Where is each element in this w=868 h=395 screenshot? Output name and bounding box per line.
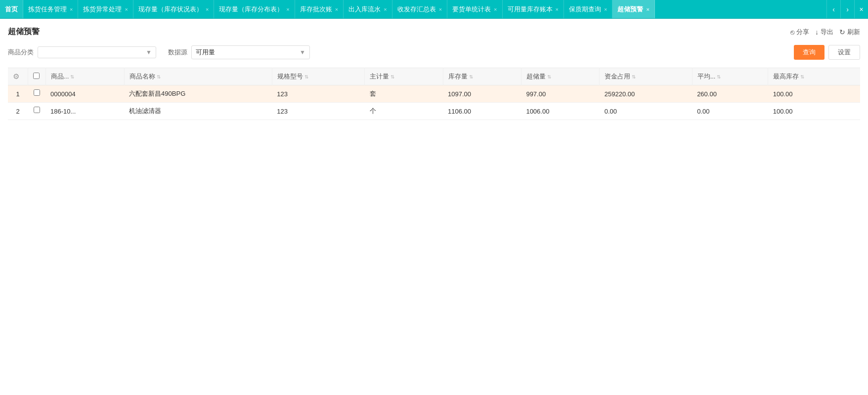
datasource-label: 数据源 — [168, 48, 187, 57]
th-checkbox — [28, 68, 45, 85]
th-settings: ⚙ — [8, 68, 28, 85]
nav-item-11[interactable]: 超储预警 × — [612, 0, 654, 18]
sort-icon: ⇅ — [469, 74, 473, 79]
th-product-name[interactable]: 商品名称 ⇅ — [124, 68, 272, 85]
row-product-code: 186-10... — [45, 103, 124, 120]
nav-item-2[interactable]: 拣货异常处理 × — [78, 0, 133, 18]
table-row: 1 0000004 六配套新昌490BPG 123 套 1097.00 997.… — [8, 85, 860, 103]
close-icon[interactable]: × — [556, 6, 559, 12]
nav-item-9[interactable]: 可用量库存账本 × — [503, 0, 564, 18]
sort-icon: ⇅ — [800, 74, 804, 79]
close-icon[interactable]: × — [646, 6, 649, 12]
row-unit: 套 — [365, 85, 443, 103]
nav-item-4[interactable]: 现存量（库存分布表） × — [214, 0, 295, 18]
nav-item-8[interactable]: 要货单统计表 × — [447, 0, 502, 18]
row-checkbox[interactable] — [34, 89, 40, 96]
nav-close-button[interactable]: × — [854, 0, 868, 19]
row-checkbox[interactable] — [34, 107, 40, 113]
th-avg[interactable]: 平均... ⇅ — [692, 68, 768, 85]
sort-icon: ⇅ — [547, 74, 551, 79]
th-stock[interactable]: 库存量 ⇅ — [443, 68, 521, 85]
data-table: ⚙ 商品... ⇅ 商品名称 ⇅ — [8, 68, 860, 120]
nav-arrows: ‹ › × — [826, 0, 868, 19]
sort-icon: ⇅ — [157, 74, 161, 79]
sort-icon: ⇅ — [632, 74, 636, 79]
th-unit[interactable]: 主计量 ⇅ — [365, 68, 443, 85]
th-capital[interactable]: 资金占用 ⇅ — [600, 68, 692, 85]
gear-icon[interactable]: ⚙ — [13, 72, 19, 80]
close-icon[interactable]: × — [439, 6, 442, 12]
sort-icon: ⇅ — [717, 74, 721, 79]
page-title: 超储预警 — [8, 27, 40, 37]
row-capital: 259220.00 — [600, 85, 692, 103]
table-row: 2 186-10... 机油滤清器 123 个 1106.00 1006.00 … — [8, 103, 860, 120]
row-avg: 260.00 — [692, 85, 768, 103]
row-product-code: 0000004 — [45, 85, 124, 103]
close-icon[interactable]: × — [494, 6, 497, 12]
row-stock: 1106.00 — [443, 103, 521, 120]
row-product-name: 六配套新昌490BPG — [124, 85, 272, 103]
close-icon[interactable]: × — [206, 6, 209, 12]
row-index: 2 — [8, 103, 28, 120]
page-header: 超储预警 ⎋ 分享 ↓ 导出 ↻ 刷新 — [8, 27, 860, 37]
nav-item-1[interactable]: 拣货任务管理 × — [23, 0, 78, 18]
th-spec[interactable]: 规格型号 ⇅ — [272, 68, 364, 85]
nav-item-3[interactable]: 现存量（库存状况表） × — [133, 0, 214, 18]
row-checkbox-cell — [28, 85, 45, 100]
row-max-stock: 100.00 — [768, 103, 860, 120]
row-over-stock: 997.00 — [521, 85, 599, 103]
chevron-down-icon: ▼ — [146, 49, 152, 56]
table-header-row: ⚙ 商品... ⇅ 商品名称 ⇅ — [8, 68, 860, 85]
share-button[interactable]: ⎋ 分享 — [790, 28, 809, 37]
row-index: 1 — [8, 85, 28, 103]
category-select[interactable]: ▼ — [38, 46, 156, 58]
nav-item-10[interactable]: 保质期查询 × — [564, 0, 612, 18]
close-icon[interactable]: × — [384, 6, 387, 12]
th-product-code[interactable]: 商品... ⇅ — [45, 68, 124, 85]
page-content: 超储预警 ⎋ 分享 ↓ 导出 ↻ 刷新 商品分类 ▼ 数据源 — [0, 19, 868, 395]
filter-row: 商品分类 ▼ 数据源 可用量 ▼ 查询 设置 — [8, 45, 860, 60]
refresh-icon: ↻ — [839, 28, 845, 36]
row-spec: 123 — [272, 103, 364, 120]
datasource-filter: 数据源 可用量 ▼ — [168, 45, 310, 59]
sort-icon: ⇅ — [391, 74, 394, 79]
chevron-down-icon: ▼ — [300, 49, 305, 56]
row-spec: 123 — [272, 85, 364, 103]
nav-item-7[interactable]: 收发存汇总表 × — [392, 0, 447, 18]
export-icon: ↓ — [815, 28, 819, 36]
close-icon[interactable]: × — [70, 6, 73, 12]
row-stock: 1097.00 — [443, 85, 521, 103]
row-max-stock: 100.00 — [768, 85, 860, 103]
close-icon[interactable]: × — [125, 6, 128, 12]
datasource-select-value: 可用量 — [196, 48, 215, 57]
row-over-stock: 1006.00 — [521, 103, 599, 120]
query-button[interactable]: 查询 — [794, 45, 825, 60]
export-button[interactable]: ↓ 导出 — [815, 28, 833, 37]
nav-item-5[interactable]: 库存批次账 × — [295, 0, 344, 18]
category-filter: 商品分类 ▼ — [8, 46, 156, 58]
top-nav: 首页 拣货任务管理 × 拣货异常处理 × 现存量（库存状况表） × 现存量（库存… — [0, 0, 868, 19]
row-checkbox-cell — [28, 103, 45, 117]
row-avg: 0.00 — [692, 103, 768, 120]
th-over-stock[interactable]: 超储量 ⇅ — [521, 68, 599, 85]
category-label: 商品分类 — [8, 48, 34, 57]
settings-button[interactable]: 设置 — [828, 45, 860, 60]
row-capital: 0.00 — [600, 103, 692, 120]
close-icon[interactable]: × — [286, 6, 289, 12]
sort-icon: ⇅ — [304, 74, 308, 79]
nav-next-button[interactable]: › — [840, 0, 854, 19]
share-icon: ⎋ — [790, 28, 794, 36]
filter-actions: 查询 设置 — [794, 45, 860, 60]
header-actions: ⎋ 分享 ↓ 导出 ↻ 刷新 — [790, 28, 860, 37]
nav-prev-button[interactable]: ‹ — [826, 0, 840, 19]
row-product-name: 机油滤清器 — [124, 103, 272, 120]
sort-icon: ⇅ — [70, 74, 74, 79]
refresh-button[interactable]: ↻ 刷新 — [839, 28, 860, 37]
datasource-select[interactable]: 可用量 ▼ — [191, 45, 310, 59]
nav-item-6[interactable]: 出入库流水 × — [344, 0, 392, 18]
select-all-checkbox[interactable] — [33, 73, 40, 79]
close-icon[interactable]: × — [604, 6, 607, 12]
th-max-stock[interactable]: 最高库存 ⇅ — [768, 68, 860, 85]
close-icon[interactable]: × — [335, 6, 338, 12]
nav-home[interactable]: 首页 — [0, 0, 23, 18]
